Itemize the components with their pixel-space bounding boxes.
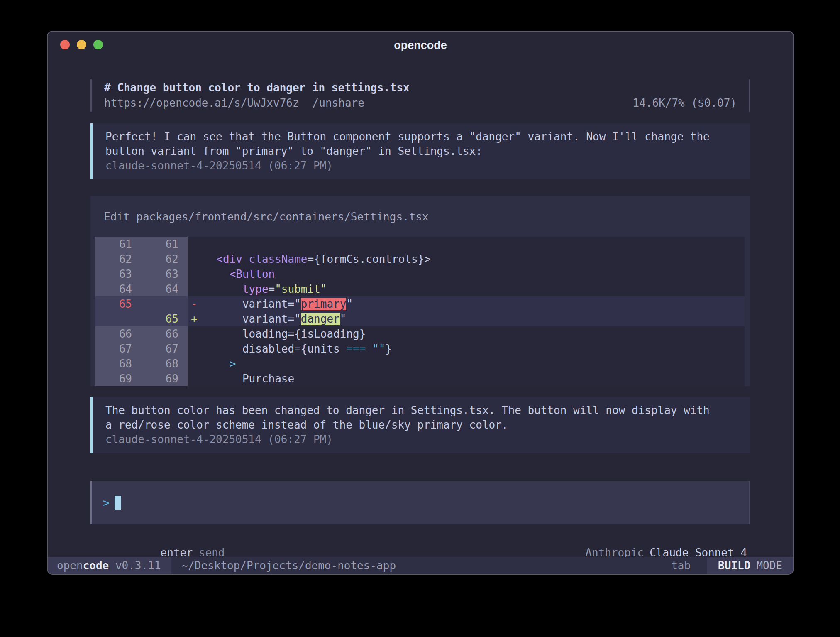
diff-marker <box>188 282 203 296</box>
diff-marker <box>188 252 203 267</box>
message-meta: claude-sonnet-4-20250514 (06:27 PM) <box>105 432 750 447</box>
line-number-old: 68 <box>95 356 141 371</box>
code-line: <div className={formCs.controls}> <box>203 252 745 267</box>
line-number-old: 62 <box>95 252 141 267</box>
diff-row: 6161 <box>95 237 745 252</box>
line-number-new: 65 <box>141 311 188 326</box>
unshare-command[interactable]: /unshare <box>313 96 364 111</box>
line-number-new: 68 <box>141 356 188 371</box>
app-version-chip: opencode v0.3.11 <box>48 557 171 574</box>
line-number-old: 66 <box>95 326 141 341</box>
working-directory: ~/Desktop/Projects/demo-notes-app <box>181 559 396 572</box>
message-text-line: a red/rose color scheme instead of the b… <box>105 418 750 432</box>
line-number-new: 61 <box>141 237 188 252</box>
tab-key-hint[interactable]: tab <box>671 559 691 572</box>
diff-marker <box>188 341 203 356</box>
status-bar-right: tab BUILDMODE <box>671 557 793 574</box>
session-title: # Change button color to danger in setti… <box>104 80 737 96</box>
line-number-new: 63 <box>141 267 188 282</box>
diff-row: 6363 <Button <box>95 267 745 282</box>
line-number-old: 64 <box>95 282 141 296</box>
line-number-old: 65 <box>95 296 141 311</box>
status-bar: opencode v0.3.11 ~/Desktop/Projects/demo… <box>48 557 793 574</box>
diff-marker: - <box>188 296 203 311</box>
diff-row: 65+ variant="danger" <box>95 311 745 326</box>
app-name-suffix: code <box>83 559 109 572</box>
prompt-input[interactable]: > <box>90 481 750 524</box>
edit-tool-card: Edit packages/frontend/src/containers/Se… <box>90 196 750 386</box>
message-text-line: Perfect! I can see that the Button compo… <box>105 130 750 144</box>
mode-label-bold: BUILD <box>718 559 750 572</box>
diff-marker <box>188 237 203 252</box>
line-number-new: 67 <box>141 341 188 356</box>
window-title: opencode <box>48 32 793 57</box>
message-text-line: button variant from "primary" to "danger… <box>105 144 750 159</box>
app-name-prefix: open <box>57 559 83 572</box>
code-line <box>203 237 745 252</box>
context-usage-stats: 14.6K/7% ($0.07) <box>633 96 737 111</box>
message-meta: claude-sonnet-4-20250514 (06:27 PM) <box>105 159 750 173</box>
diff-view: 61616262 <div className={formCs.controls… <box>90 237 750 386</box>
diff-row: 6262 <div className={formCs.controls}> <box>95 252 745 267</box>
mode-label-rest: MODE <box>756 559 782 572</box>
code-line: loading={isLoading} <box>203 326 745 341</box>
code-line: Purchase <box>203 371 745 386</box>
line-number-new: 64 <box>141 282 188 296</box>
assistant-message: The button color has been changed to dan… <box>90 397 750 453</box>
line-number-new: 66 <box>141 326 188 341</box>
diff-marker <box>188 267 203 282</box>
line-number-new <box>141 296 188 311</box>
code-line: variant="primary" <box>203 296 745 311</box>
diff-row: 6767 disabled={units === ""} <box>95 341 745 356</box>
app-version: v0.3.11 <box>109 559 161 572</box>
line-number-old: 69 <box>95 371 141 386</box>
message-text-line: The button color has been changed to dan… <box>105 403 750 418</box>
assistant-message: Perfect! I can see that the Button compo… <box>90 123 750 179</box>
opencode-terminal-window: opencode # Change button color to danger… <box>47 31 794 575</box>
line-number-old: 67 <box>95 341 141 356</box>
desktop-background: opencode # Change button color to danger… <box>0 0 840 637</box>
diff-marker <box>188 371 203 386</box>
diff-row: 6969 Purchase <box>95 371 745 386</box>
diff-marker: + <box>188 311 203 326</box>
diff-marker <box>188 356 203 371</box>
line-number-old: 63 <box>95 267 141 282</box>
diff-row: 6464 type="submit" <box>95 282 745 296</box>
line-number-old <box>95 311 141 326</box>
mode-chip: BUILDMODE <box>707 557 793 574</box>
diff-row: 6868 > <box>95 356 745 371</box>
code-line: <Button <box>203 267 745 282</box>
edit-tool-title: Edit packages/frontend/src/containers/Se… <box>90 196 750 237</box>
prompt-caret-icon: > <box>103 495 110 510</box>
diff-row: 65- variant="primary" <box>95 296 745 311</box>
diff-marker <box>188 326 203 341</box>
window-titlebar: opencode <box>48 32 793 57</box>
session-view: # Change button color to danger in setti… <box>48 79 793 575</box>
session-header-meta-row: https://opencode.ai/s/UwJxv76z /unshare … <box>104 96 737 111</box>
line-number-new: 69 <box>141 371 188 386</box>
line-number-old: 61 <box>95 237 141 252</box>
diff-row: 6666 loading={isLoading} <box>95 326 745 341</box>
code-line: disabled={units === ""} <box>203 341 745 356</box>
share-url-link[interactable]: https://opencode.ai/s/UwJxv76z <box>104 96 299 111</box>
code-line: > <box>203 356 745 371</box>
code-line: variant="danger" <box>203 311 745 326</box>
text-cursor <box>115 496 121 510</box>
line-number-new: 62 <box>141 252 188 267</box>
code-line: type="submit" <box>203 282 745 296</box>
session-header: # Change button color to danger in setti… <box>90 79 750 112</box>
